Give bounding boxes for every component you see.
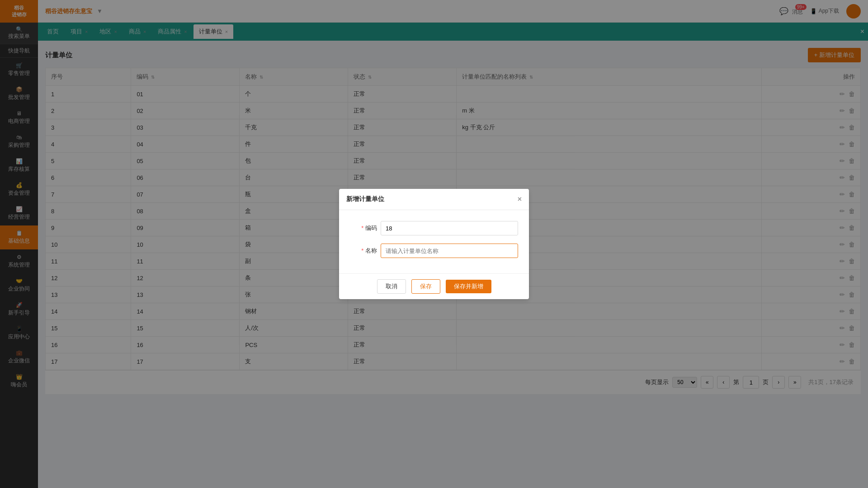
save-button[interactable]: 保存 [411,279,440,294]
cancel-button[interactable]: 取消 [377,279,406,294]
code-label: 编码 [350,224,377,232]
modal-body: 编码 名称 [339,210,529,273]
add-unit-modal: 新增计量单位 × 编码 名称 取消 保存 保存并新增 [339,189,529,299]
code-form-row: 编码 [350,221,518,235]
save-and-new-button[interactable]: 保存并新增 [446,280,491,293]
modal-title: 新增计量单位 [346,195,384,203]
modal-footer: 取消 保存 保存并新增 [339,273,529,299]
modal-close-button[interactable]: × [518,195,522,203]
modal-header: 新增计量单位 × [339,189,529,210]
modal-overlay: 新增计量单位 × 编码 名称 取消 保存 保存并新增 [0,0,868,488]
code-input[interactable] [381,221,518,235]
unit-name-input[interactable] [381,244,518,258]
name-label: 名称 [350,247,377,255]
name-form-row: 名称 [350,244,518,258]
